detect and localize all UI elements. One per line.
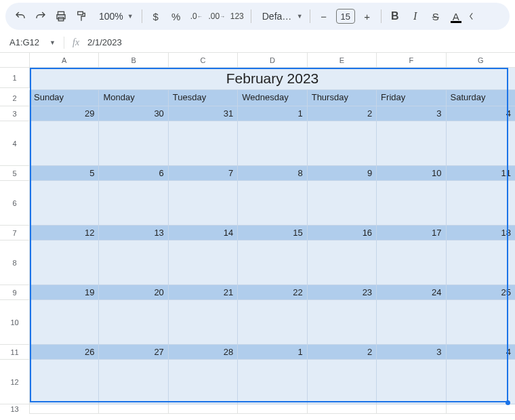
body-cell[interactable] [169,121,238,166]
row-header[interactable]: 11 [0,345,30,360]
weekday-cell[interactable]: Thursday [308,90,377,106]
font-size-input[interactable]: 15 [336,9,355,24]
date-cell[interactable]: 27 [99,345,168,360]
date-cell[interactable]: 2 [308,345,377,360]
date-cell[interactable]: 3 [377,106,446,121]
decrease-decimal-button[interactable]: .0← [187,7,206,26]
body-cell[interactable] [238,404,307,414]
date-cell[interactable]: 6 [99,166,168,181]
text-color-button[interactable]: A [447,7,466,26]
date-cell[interactable]: 25 [447,285,515,300]
body-cell[interactable] [377,300,446,345]
column-header[interactable]: D [238,53,307,67]
body-cell[interactable] [238,181,307,226]
body-cell[interactable] [447,181,515,226]
date-cell[interactable]: 20 [99,285,168,300]
date-cell[interactable]: 24 [377,285,446,300]
date-cell[interactable]: 13 [99,226,168,240]
body-cell[interactable] [447,240,515,285]
row-header[interactable]: 1 [0,68,30,88]
date-cell[interactable]: 23 [308,285,377,300]
body-cell[interactable] [308,360,377,404]
body-cell[interactable] [30,240,99,285]
body-cell[interactable] [99,181,168,226]
format-percent-button[interactable]: % [167,7,186,26]
body-cell[interactable] [238,360,307,404]
body-cell[interactable] [30,360,99,404]
select-all-corner[interactable] [0,53,30,67]
body-cell[interactable] [447,360,515,404]
body-cell[interactable] [169,181,238,226]
date-cell[interactable]: 17 [377,226,446,240]
body-cell[interactable] [447,404,515,414]
selection-handle[interactable] [506,400,510,405]
date-cell[interactable]: 14 [169,226,238,240]
body-cell[interactable] [377,181,446,226]
calendar-title-cell[interactable]: February 2023 [30,68,515,90]
weekday-cell[interactable]: Sunday [30,90,99,106]
body-cell[interactable] [30,181,99,226]
body-cell[interactable] [377,360,446,404]
date-cell[interactable]: 1 [238,345,307,360]
body-cell[interactable] [308,240,377,285]
date-cell[interactable]: 26 [30,345,99,360]
date-cell[interactable]: 2 [308,106,377,121]
body-cell[interactable] [169,240,238,285]
body-cell[interactable] [377,240,446,285]
body-cell[interactable] [99,121,168,166]
format-currency-button[interactable]: $ [146,7,165,26]
body-cell[interactable] [308,181,377,226]
row-header[interactable]: 13 [0,404,30,414]
bold-button[interactable]: B [386,7,405,26]
body-cell[interactable] [238,121,307,166]
column-header[interactable]: A [30,53,99,67]
row-header[interactable]: 9 [0,285,30,300]
body-cell[interactable] [308,121,377,166]
increase-decimal-button[interactable]: .00→ [207,7,226,26]
row-header[interactable]: 6 [0,181,30,226]
strikethrough-button[interactable]: S [426,7,445,26]
row-header[interactable]: 8 [0,240,30,285]
weekday-cell[interactable]: Saturday [447,90,515,106]
decrease-font-button[interactable]: − [314,7,333,26]
increase-font-button[interactable]: + [358,7,377,26]
body-cell[interactable] [30,300,99,345]
column-header[interactable]: C [169,53,238,67]
date-cell[interactable]: 4 [447,345,515,360]
body-cell[interactable] [238,300,307,345]
zoom-dropdown[interactable]: 100% ▼ [92,11,138,22]
body-cell[interactable] [30,121,99,166]
name-box[interactable]: A1:G12 ▼ [5,37,58,47]
spreadsheet-grid[interactable]: A B C D E F G 1 February 2023 2 Sunday M… [0,53,515,414]
row-header[interactable]: 4 [0,121,30,166]
date-cell[interactable]: 28 [169,345,238,360]
body-cell[interactable] [99,240,168,285]
body-cell[interactable] [447,300,515,345]
date-cell[interactable]: 3 [377,345,446,360]
row-header[interactable]: 7 [0,226,30,240]
body-cell[interactable] [169,360,238,404]
body-cell[interactable] [99,360,168,404]
body-cell[interactable] [377,404,446,414]
row-header[interactable]: 10 [0,300,30,345]
date-cell[interactable]: 5 [30,166,99,181]
row-header[interactable]: 2 [0,90,30,106]
row-header[interactable]: 12 [0,360,30,404]
date-cell[interactable]: 7 [169,166,238,181]
weekday-cell[interactable]: Monday [99,90,168,106]
weekday-cell[interactable]: Wednesday [238,90,307,106]
print-button[interactable] [52,7,70,26]
date-cell[interactable]: 19 [30,285,99,300]
weekday-cell[interactable]: Tuesday [169,90,238,106]
column-header[interactable]: E [308,53,377,67]
row-header[interactable]: 5 [0,166,30,181]
body-cell[interactable] [308,300,377,345]
body-cell[interactable] [99,300,168,345]
body-cell[interactable] [377,121,446,166]
more-formats-button[interactable]: 123 [228,7,247,26]
date-cell[interactable]: 22 [238,285,307,300]
date-cell[interactable]: 9 [308,166,377,181]
body-cell[interactable] [169,300,238,345]
paint-format-button[interactable] [72,7,91,26]
body-cell[interactable] [308,404,377,414]
